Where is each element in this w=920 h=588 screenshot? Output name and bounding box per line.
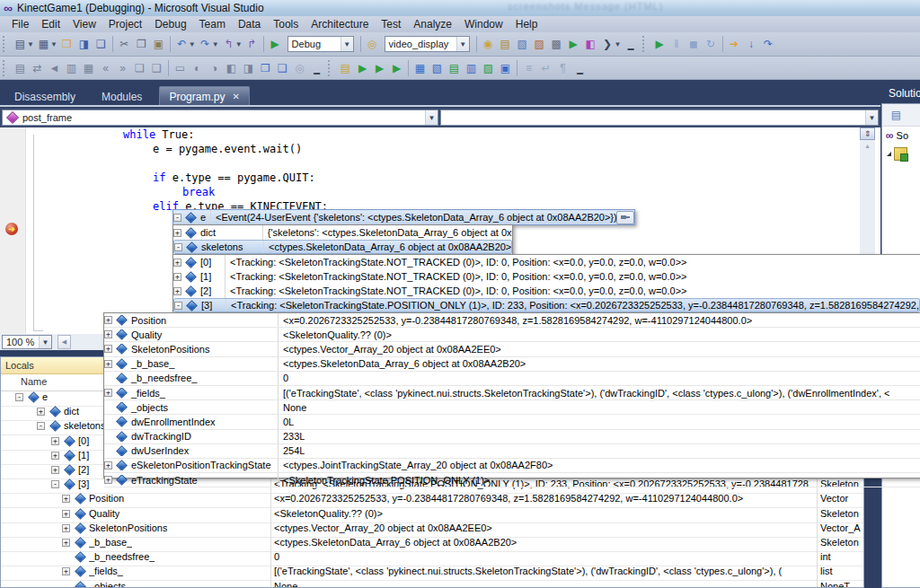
datatip-row-eSkeletonPositionTrackingState[interactable]: +eSkeletonPositionTrackingState<ctypes.J…: [104, 459, 920, 473]
send-to-interactive-icon[interactable]: ▶: [355, 60, 370, 75]
clear-bookmarks-icon[interactable]: ❑: [275, 60, 290, 75]
object-browser-icon[interactable]: ◧: [583, 37, 598, 52]
find-symbol-icon[interactable]: ◎: [365, 37, 380, 52]
datatip-row-_b_base_[interactable]: +_b_base_<ctypes.SkeletonData_Array_6 ob…: [104, 357, 920, 372]
expander-icon[interactable]: +: [173, 273, 181, 281]
menu-tools[interactable]: Tools: [267, 16, 305, 32]
undo-icon[interactable]: ↶: [174, 37, 190, 52]
datatip-skeleton-members[interactable]: +Position<x=0.2026723325252533, y=-0.238…: [103, 312, 920, 478]
menu-help[interactable]: Help: [509, 16, 544, 32]
datatip-row-_b_needsfree_[interactable]: _b_needsfree_0: [104, 372, 920, 386]
find-in-files-icon[interactable]: ◉: [481, 37, 496, 52]
menu-analyze[interactable]: Analyze: [407, 16, 458, 32]
expander-icon[interactable]: +: [173, 259, 181, 267]
paste-icon[interactable]: ▣: [151, 37, 166, 52]
datatip-row-dwEnrollmentIndex[interactable]: dwEnrollmentIndex0L: [104, 415, 920, 429]
start-debugging-icon[interactable]: ▶: [268, 37, 283, 52]
bookmark-window-icon[interactable]: ❒: [258, 60, 273, 75]
expander-icon[interactable]: +: [104, 476, 112, 484]
expander-icon[interactable]: -: [15, 393, 23, 401]
expander-icon[interactable]: +: [62, 539, 70, 547]
expander-icon[interactable]: +: [104, 389, 112, 397]
save-icon[interactable]: ◨: [76, 37, 92, 52]
prev-bookmark-icon[interactable]: ◐: [190, 60, 205, 75]
zoom-level-dropdown[interactable]: 100 % ▼: [2, 335, 52, 349]
expanded-arrow-icon[interactable]: [887, 152, 891, 156]
expander-icon[interactable]: -: [51, 480, 59, 488]
find-combo[interactable]: video_display▼: [385, 36, 470, 52]
horizontal-scroll-left-button[interactable]: ◀: [58, 335, 71, 349]
output-window-icon[interactable]: ▨: [481, 60, 496, 75]
expander-icon[interactable]: -: [173, 214, 181, 222]
fresh-module-icon[interactable]: ▦: [412, 60, 428, 75]
datatip-row-3[interactable]: -[3]<Tracking: <SkeletonTrackingState.PO…: [173, 298, 920, 312]
datatip-row-eTrackingState[interactable]: +eTrackingState<SkeletonTrackingState.PO…: [104, 473, 920, 487]
pause-icon[interactable]: ‖: [669, 37, 685, 52]
tab-program-py[interactable]: Program.py✕: [159, 86, 249, 106]
increase-indent-icon[interactable]: »: [115, 60, 130, 75]
breakpoints-window-icon[interactable]: ◎: [292, 60, 307, 75]
locals-row-_objects[interactable]: _objectsNoneNoneT: [1, 580, 863, 587]
team-explorer-icon[interactable]: ▨: [532, 37, 547, 52]
chevron-down-icon[interactable]: ▼: [865, 110, 878, 125]
chevron-down-icon[interactable]: ▼: [235, 40, 243, 48]
toolbox-icon[interactable]: ▩: [549, 37, 564, 52]
expander-icon[interactable]: +: [62, 495, 70, 503]
pin-icon[interactable]: [616, 211, 634, 224]
chevron-down-icon[interactable]: ▼: [189, 40, 196, 48]
parameter-info-icon[interactable]: ⇄: [30, 60, 45, 75]
next-bookmark-folder-icon[interactable]: ◨: [241, 60, 256, 75]
datatip-row-Quality[interactable]: +Quality<SkeletonQuality.?? (0)>: [104, 328, 920, 342]
command-window-icon[interactable]: ❯: [600, 37, 615, 52]
chevron-down-icon[interactable]: ▼: [425, 110, 438, 125]
copy-icon[interactable]: ❐: [134, 37, 149, 52]
cut-icon[interactable]: ✂: [117, 37, 132, 52]
datatip-row-e[interactable]: -e<Event(24-UserEvent {'skeletons': <cty…: [173, 210, 634, 224]
step-into-icon[interactable]: ↓: [744, 37, 759, 52]
expander-icon[interactable]: +: [104, 360, 112, 368]
navigate-forward-icon[interactable]: ↱: [244, 37, 260, 52]
chevron-down-icon[interactable]: ▼: [39, 336, 51, 348]
datatip-row-Position[interactable]: +Position<x=0.2026723325252533, y=-0.238…: [104, 313, 920, 328]
indent-guide-icon[interactable]: ≡: [521, 60, 536, 75]
toolbar-grip[interactable]: [328, 60, 334, 76]
datatip-root[interactable]: -e<Event(24-UserEvent {'skeletons': <cty…: [172, 209, 635, 225]
navigate-backward-icon[interactable]: ↰: [221, 37, 236, 52]
datatip-row-0[interactable]: +[0]<Tracking: <SkeletonTrackingState.NO…: [173, 255, 920, 269]
properties-window-icon[interactable]: ▤: [498, 37, 513, 52]
debug-interactive-icon[interactable]: ▶: [389, 60, 404, 75]
split-window-handle[interactable]: ⇕: [860, 127, 875, 140]
toolbar2-overflow-icon[interactable]: ‗: [309, 60, 324, 75]
word-completion-icon[interactable]: ▥: [64, 60, 79, 75]
expander-icon[interactable]: +: [37, 408, 45, 416]
expander-icon[interactable]: +: [62, 567, 70, 575]
expander-icon[interactable]: +: [104, 330, 112, 338]
whitespace-icon[interactable]: ¶: [555, 60, 571, 75]
tab-disassembly[interactable]: Disassembly: [5, 87, 84, 106]
display-outline-icon[interactable]: ▦: [81, 60, 96, 75]
uncomment-lines-icon[interactable]: ❑: [149, 60, 164, 75]
expander-icon[interactable]: +: [51, 466, 59, 474]
scroll-up-arrow-icon[interactable]: ▲: [860, 140, 875, 149]
close-icon[interactable]: ✕: [232, 92, 239, 101]
datatip-row-_fields_[interactable]: +_fields_[('eTrackingState', <class 'pyk…: [104, 386, 920, 400]
solution-node[interactable]: ∞ So: [882, 127, 920, 145]
chevron-down-icon[interactable]: ▼: [615, 40, 622, 48]
step-over-icon[interactable]: ↷: [761, 37, 776, 52]
expander-icon[interactable]: +: [104, 345, 112, 353]
code-definition-icon[interactable]: ▥: [464, 60, 479, 75]
solution-configuration-dropdown[interactable]: Debug▼: [288, 36, 354, 52]
datatip-row-SkeletonPositions[interactable]: +SkeletonPositions<ctypes.Vector_Array_2…: [104, 342, 920, 356]
menu-architecture[interactable]: Architecture: [305, 16, 375, 32]
restart-icon[interactable]: ↻: [703, 37, 719, 52]
open-folder-icon[interactable]: ❒: [59, 37, 75, 52]
expander-icon[interactable]: -: [174, 243, 182, 251]
type-dropdown[interactable]: ▼: [440, 110, 879, 126]
datatip-row-dict[interactable]: +dict{'skeletons': <ctypes.SkeletonData_…: [173, 225, 512, 240]
menu-test[interactable]: Test: [375, 16, 407, 32]
datatip-row-2[interactable]: +[2]<Tracking: <SkeletonTrackingState.NO…: [173, 284, 920, 298]
expander-icon[interactable]: +: [51, 452, 59, 460]
continue-icon[interactable]: ▶: [652, 37, 668, 52]
error-list-icon[interactable]: ▣: [498, 60, 513, 75]
word-wrap-icon[interactable]: ↵: [538, 60, 553, 75]
